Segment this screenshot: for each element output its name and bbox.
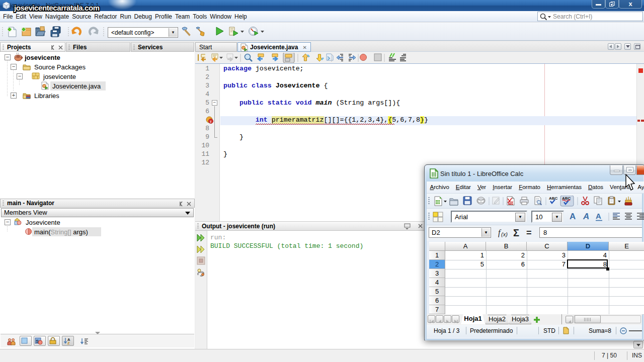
svg-text:ABC: ABC xyxy=(549,196,558,201)
svg-text:Σ: Σ xyxy=(513,227,519,238)
svg-text:PDF: PDF xyxy=(509,202,515,205)
svg-text:=: = xyxy=(526,228,532,238)
svg-text:A: A xyxy=(583,212,589,221)
svg-text:(x): (x) xyxy=(501,231,508,237)
svg-text:Z: Z xyxy=(67,341,70,345)
svg-text:A: A xyxy=(570,212,576,221)
svg-text:A: A xyxy=(596,212,601,220)
svg-text:!: ! xyxy=(210,120,211,124)
